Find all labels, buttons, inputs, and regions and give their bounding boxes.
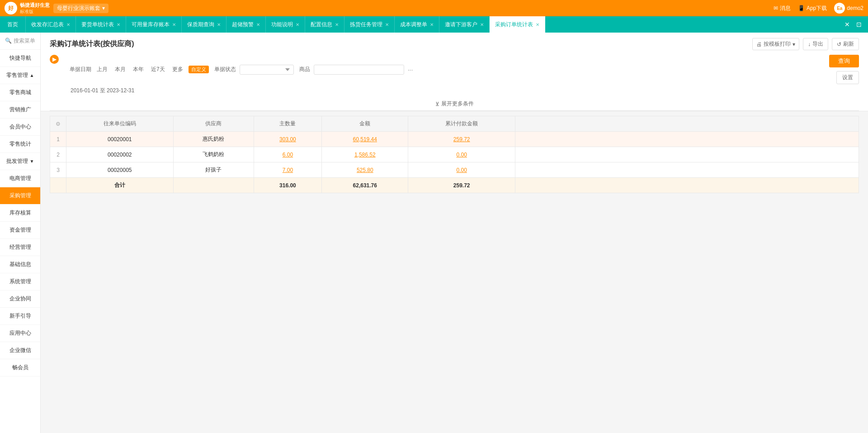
paid-link[interactable]: 0.00 [457,152,467,158]
query-button[interactable]: 查询 [829,55,859,67]
tab-baozhi[interactable]: 保质期查询 ✕ [182,16,226,33]
tab-close-icon[interactable]: ✕ [536,22,539,27]
paid-link[interactable]: 0.00 [457,167,467,173]
sidebar-item-retail-stats[interactable]: 零售统计 [0,136,40,153]
amount-link[interactable]: 525.80 [357,167,373,173]
sidebar-item-wechat[interactable]: 企业微信 [0,342,40,359]
more-icon[interactable]: ··· [408,66,413,73]
sidebar-item-purchase[interactable]: 采购管理 [0,187,40,205]
sidebar-item-enterprise[interactable]: 企业协同 [0,290,40,308]
tab-gongneng[interactable]: 功能说明 ✕ [266,16,305,33]
tab-close-icon[interactable]: ✕ [385,22,389,27]
settings-button[interactable]: 设置 [836,71,859,84]
shortcut-this-year[interactable]: 本年 [131,65,146,74]
export-button[interactable]: ↓ 导出 [803,38,828,50]
sidebar-item-finance[interactable]: 资金管理 [0,222,40,239]
table-row: 3 00020005 好孩子 7.00 525.80 0.00 [50,162,859,178]
sidebar-item-member[interactable]: 会员中心 [0,119,40,136]
date-filter-label: 单据日期 [70,66,91,73]
tab-close-icon[interactable]: ✕ [335,22,339,27]
chevron-up-icon: ▲ [30,73,34,78]
shortcut-last-month[interactable]: 上月 [95,65,109,74]
tab-shoufacun[interactable]: 收发存汇总表 ✕ [26,16,76,33]
sidebar-item-wholesale[interactable]: 批发管理 ▼ [0,153,40,170]
message-btn[interactable]: ✉ 消息 [774,5,791,12]
sidebar-item-base[interactable]: 基础信息 [0,256,40,273]
expand-more-btn[interactable]: ⊻ 展开更多条件 [435,100,474,108]
sidebar-item-label: 基础信息 [9,261,31,267]
message-label: 消息 [780,5,791,12]
tab-caigou-active[interactable]: 采购订单统计表 ✕ [490,16,545,33]
tab-peizhi[interactable]: 配置信息 ✕ [305,16,344,33]
shortcut-this-month[interactable]: 本月 [113,65,127,74]
filter-area: ▶ 单据日期 上月 本月 本年 近7天 更多 自定义 [50,55,859,111]
footer-empty2 [173,178,254,193]
row-code: 00020002 [66,147,174,162]
export-label: 导出 [812,40,823,48]
tab-home[interactable]: 首页 [0,16,26,33]
shortcut-7days[interactable]: 近7天 [149,65,167,74]
sidebar-quick-nav[interactable]: 快捷导航 [0,50,40,67]
status-select[interactable] [240,65,294,75]
amount-link[interactable]: 1,586.52 [354,152,376,158]
avatar: Ea [834,3,845,14]
sidebar-item-newbie[interactable]: 新手引导 [0,308,40,325]
sidebar-item-label: 零售统计 [9,141,31,147]
tab-jianhuo[interactable]: 拣货任务管理 ✕ [344,16,395,33]
page-header: 采购订单统计表(按供应商) 🖨 按模板打印 ▾ ↓ 导出 ↺ 刷新 [41,33,868,111]
tab-close-icon[interactable]: ✕ [66,22,70,27]
sidebar-item-retail-mgmt[interactable]: 零售管理 ▲ [0,67,40,84]
refresh-button[interactable]: ↺ 刷新 [832,38,859,50]
tab-close-icon[interactable]: ✕ [117,22,120,27]
row-num: 3 [50,162,66,178]
app-download-btn[interactable]: 📱 App下载 [798,5,827,12]
row-amount: 60,519.44 [322,132,408,147]
sidebar-item-system[interactable]: 系统管理 [0,273,40,290]
amount-link[interactable]: 60,519.44 [353,136,377,143]
qty-link[interactable]: 7.00 [283,167,293,173]
table-body: 1 00020001 惠氏奶粉 303.00 60,519.44 259.72 … [50,132,859,178]
print-button[interactable]: 🖨 按模板打印 ▾ [752,38,799,50]
goods-filter-label: 商品 [299,66,310,73]
qty-link[interactable]: 303.00 [279,136,296,143]
sidebar-item-label: 零售管理 [6,71,28,79]
sidebar-item-member2[interactable]: 畅会员 [0,359,40,376]
paid-link[interactable]: 259.72 [453,136,470,143]
sidebar-item-label: 零售商城 [9,89,31,95]
tab-close-icon[interactable]: ✕ [430,22,434,27]
nav-close-btn[interactable]: ✕ [842,20,853,29]
tab-keyongliang[interactable]: 可用量库存账本 ✕ [126,16,182,33]
tab-close-icon[interactable]: ✕ [296,22,299,27]
tab-yaohuo[interactable]: 要货单统计表 ✕ [76,16,126,33]
user-area[interactable]: Ea demo2 [834,3,863,14]
tab-close-icon[interactable]: ✕ [217,22,221,27]
custom-date-tag[interactable]: 自定义 [189,66,209,73]
sidebar-item-marketing[interactable]: 营销推广 [0,101,40,119]
logo-area: 好 畅捷通好生意 标准版 [5,2,50,15]
column-settings-icon[interactable]: ⚙ [56,121,61,127]
print-label: 按模板打印 [764,40,791,48]
sidebar-item-inventory[interactable]: 库存核算 [0,205,40,222]
tab-yaoqing[interactable]: 邀请下游客户 ✕ [439,16,490,33]
workspace-selector[interactable]: 母婴行业演示账套 ▾ [53,4,108,13]
qty-link[interactable]: 6.00 [283,152,293,158]
nav-expand-btn[interactable]: ⊡ [854,20,864,29]
row-empty [515,162,859,178]
username: demo2 [847,5,863,11]
goods-input[interactable] [314,65,404,75]
shortcut-more[interactable]: 更多 [170,65,185,74]
tab-close-icon[interactable]: ✕ [480,22,484,27]
sidebar-item-operations[interactable]: 经营管理 [0,239,40,256]
sidebar-item-apps[interactable]: 应用中心 [0,325,40,342]
tab-close-icon[interactable]: ✕ [256,22,260,27]
sidebar-item-ecommerce[interactable]: 电商管理 [0,170,40,187]
tab-chengben[interactable]: 成本调整单 ✕ [395,16,439,33]
filter-toggle-btn[interactable]: ▶ [50,55,59,64]
tab-close-icon[interactable]: ✕ [172,22,176,27]
tab-label: 要货单统计表 [81,21,114,29]
tab-chaochuyujing[interactable]: 超储预警 ✕ [226,16,266,33]
sidebar-search[interactable]: 🔍 搜索菜单 [0,33,40,50]
row-num: 2 [50,147,66,162]
sidebar-item-retail-mall[interactable]: 零售商城 [0,84,40,101]
row-code: 00020001 [66,132,174,147]
